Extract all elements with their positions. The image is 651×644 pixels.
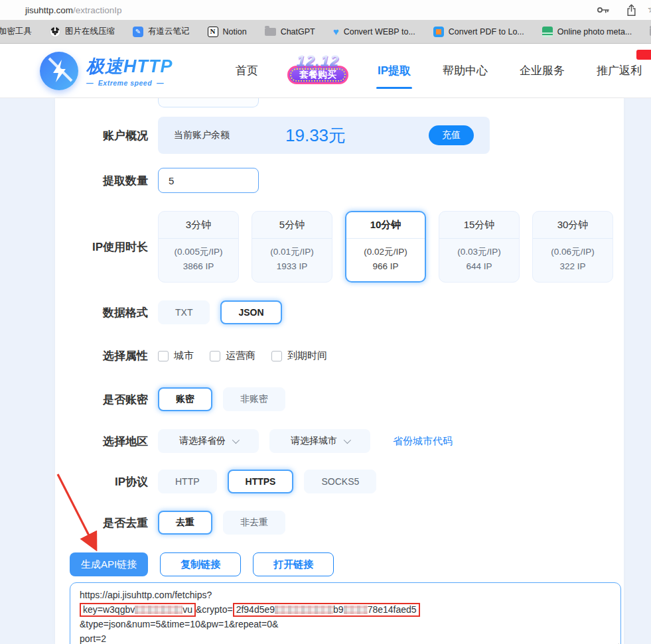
password-key-icon[interactable] (597, 5, 611, 15)
region-row: 选择地区 请选择省份 请选择城市 省份城市代码 (70, 429, 624, 453)
cut-off-toolbar-icon[interactable]: ☆ (648, 3, 651, 15)
protocol-socks5-button[interactable]: SOCKS5 (304, 470, 376, 493)
checkbox-box[interactable] (271, 351, 282, 361)
actions-row: 生成API链接 复制链接 打开链接 (70, 552, 624, 576)
bookmark-item[interactable]: ♥Convert WEBP to... (333, 27, 415, 36)
page-url-host: jisuhttp.com (25, 5, 73, 15)
bookmark-label: Notion (223, 27, 247, 36)
pencil-favicon: ✎ (133, 27, 143, 37)
quantity-row: 提取数量 (70, 168, 624, 193)
nav-item-home[interactable]: 首页 (236, 63, 258, 78)
api-url-line3: port=2 (80, 631, 611, 644)
dedupe-on-button-selected[interactable]: 去重 (158, 511, 212, 535)
bookmark-item[interactable]: ChatGPT (265, 27, 315, 36)
protocol-https-button-selected[interactable]: HTTPS (228, 470, 294, 493)
format-txt-button[interactable]: TXT (158, 300, 210, 324)
row-label: IP使用时长 (70, 239, 158, 255)
red-corner-badge (636, 50, 651, 60)
dedupe-off-button[interactable]: 非去重 (223, 511, 285, 535)
lightning-bolt-icon (40, 52, 78, 90)
bookmark-label: 有道云笔记 (148, 26, 190, 37)
bookmark-label: 加密工具 (0, 26, 32, 37)
bookmark-label: Convert PDF to Lo... (449, 27, 524, 36)
attrs-row: 选择属性 城市 运营商 到期时间 (70, 348, 624, 363)
format-row: 数据格式 TXT JSON (70, 300, 624, 324)
heart-favicon: ♥ (333, 27, 339, 36)
checkbox-city[interactable]: 城市 (158, 350, 194, 362)
auth-credential-button-selected[interactable]: 账密 (158, 387, 212, 411)
checkbox-expiry[interactable]: 到期时间 (271, 350, 327, 362)
province-city-code-link[interactable]: 省份城市代码 (393, 435, 453, 448)
screen: jisuhttp.com/extractionIp ☆ 加密工具 图片在线压缩 … (0, 0, 651, 644)
bookmark-item[interactable]: ✎有道云笔记 (133, 26, 190, 37)
bookmark-item[interactable]: Online photo meta... (542, 27, 632, 37)
censored-crypto-mosaic (344, 606, 368, 614)
duration-card-30min[interactable]: 30分钟 (0.06元/IP) 322 IP (532, 211, 613, 283)
duration-options: 3分钟 (0.005元/IP) 3866 IP 5分钟 (0.01元/IP) 1… (158, 211, 613, 283)
bookmark-item[interactable]: NNotion (208, 27, 247, 37)
duration-card-15min[interactable]: 15分钟 (0.03元/IP) 644 IP (439, 211, 520, 283)
censored-key-mosaic (135, 606, 182, 614)
protocol-row: IP协议 HTTP HTTPS SOCKS5 (70, 470, 624, 493)
page-url-path: /extractionIp (73, 5, 122, 15)
bookmark-label: 图片在线压缩 (65, 26, 115, 37)
auth-row: 是否账密 账密 非账密 (70, 387, 624, 411)
row-label: 选择属性 (70, 348, 158, 363)
nav-item-enterprise[interactable]: 企业服务 (520, 63, 565, 78)
open-link-button[interactable]: 打开链接 (253, 552, 334, 576)
api-url-line2: key=w3qgbvvu&crypto=2f94d5e9b978e14faed5… (80, 602, 611, 631)
auth-no-credential-button[interactable]: 非账密 (223, 387, 285, 411)
bookmarks-bar: 加密工具 图片在线压缩 ✎有道云笔记 NNotion ChatGPT ♥Conv… (0, 20, 651, 44)
crypto-highlight-box: 2f94d5e9b978e14faed5 (233, 603, 420, 617)
panda-favicon (50, 27, 60, 37)
province-select[interactable]: 请选择省份 (158, 429, 259, 453)
nav-item-referral[interactable]: 推广返利 (597, 63, 642, 78)
brand-tagline: — Extreme speed — (86, 79, 173, 87)
recharge-button[interactable]: 充值 (429, 125, 474, 145)
promo-date: 12.12 (296, 54, 339, 68)
cut-off-field (158, 98, 259, 107)
nav-item-ip-extract[interactable]: IP提取 (378, 63, 411, 78)
bookmark-label: Online photo meta... (557, 27, 632, 36)
site-header: 极速HTTP — Extreme speed — 首页 12.12 套餐购买 I… (0, 44, 651, 98)
balance-amount: 19.33元 (285, 124, 346, 147)
api-url-line1: https://api.jisuhttp.com/fetchips? (80, 588, 611, 602)
promo-badge[interactable]: 12.12 套餐购买 (287, 54, 348, 84)
url-bar[interactable]: jisuhttp.com/extractionIp ☆ (0, 0, 651, 20)
row-label: 提取数量 (70, 173, 158, 188)
row-label: 选择地区 (70, 434, 158, 449)
active-tab-underline (376, 87, 412, 89)
main-nav: 首页 12.12 套餐购买 IP提取 帮助中心 企业服务 推广返利 (236, 58, 644, 84)
photo-favicon (542, 27, 553, 37)
extraction-form-card: 账户概况 当前账户余额 19.33元 充值 提取数量 IP使用时长 3分钟 ( (55, 98, 624, 644)
brand-name: 极速HTTP (86, 54, 173, 78)
brand-logo[interactable]: 极速HTTP — Extreme speed — (40, 52, 173, 90)
duration-card-10min-selected[interactable]: 10分钟 (0.02元/IP) 966 IP (345, 211, 426, 283)
city-select[interactable]: 请选择城市 (269, 429, 370, 453)
duration-card-5min[interactable]: 5分钟 (0.01元/IP) 1933 IP (252, 211, 332, 283)
nav-item-help-center[interactable]: 帮助中心 (443, 63, 488, 78)
censored-crypto-mosaic (275, 606, 333, 614)
format-json-button-selected[interactable]: JSON (220, 300, 281, 324)
duration-card-3min[interactable]: 3分钟 (0.005元/IP) 3866 IP (158, 211, 239, 283)
balance-label: 当前账户余额 (174, 129, 230, 141)
protocol-http-button[interactable]: HTTP (158, 470, 217, 493)
duration-row: IP使用时长 3分钟 (0.005元/IP) 3866 IP 5分钟 (0.01… (70, 211, 624, 283)
bookmark-item[interactable]: 加密工具 (0, 26, 32, 37)
bookmark-item[interactable]: 图片在线压缩 (50, 26, 115, 37)
content-area: 账户概况 当前账户余额 19.33元 充值 提取数量 IP使用时长 3分钟 ( (0, 98, 651, 644)
generate-api-link-button[interactable]: 生成API链接 (70, 552, 148, 576)
copy-link-button[interactable]: 复制链接 (160, 552, 241, 576)
checkbox-isp[interactable]: 运营商 (210, 350, 255, 362)
api-url-output[interactable]: https://api.jisuhttp.com/fetchips? key=w… (70, 582, 621, 644)
row-label: 账户概况 (70, 128, 158, 143)
pdf-favicon (433, 27, 444, 37)
checkbox-box[interactable] (210, 351, 220, 361)
quantity-input[interactable] (158, 168, 259, 193)
share-icon[interactable] (626, 4, 636, 17)
bookmark-item[interactable]: Convert PDF to Lo... (433, 27, 524, 37)
checkbox-box[interactable] (158, 351, 169, 361)
row-label: IP协议 (70, 474, 158, 489)
row-label: 数据格式 (70, 305, 158, 320)
bookmark-label: ChatGPT (281, 27, 315, 36)
